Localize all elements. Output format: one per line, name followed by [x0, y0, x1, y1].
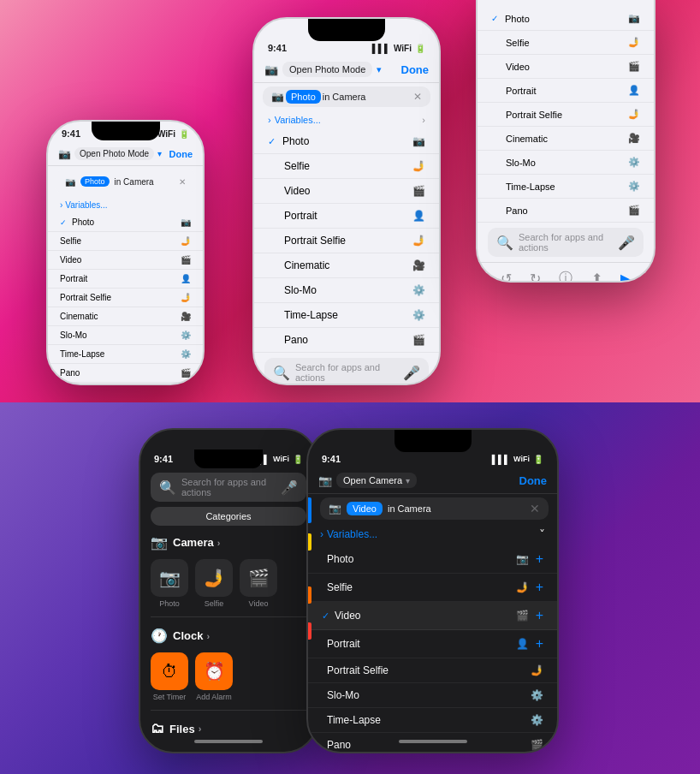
files-section: 🗂 Files › — [140, 716, 317, 741]
app-add-alarm[interactable]: ⏰ Add Alarm — [195, 652, 233, 701]
search-text-bl: Search for apps and actions — [181, 477, 276, 497]
action-row-center: 📷 Photo in Camera ✕ — [263, 86, 430, 107]
br-portrait-selfie[interactable]: Portrait Selfie 🤳 — [308, 658, 557, 683]
app-header-left: 📷 Open Photo Mode ▾ Done — [48, 142, 203, 166]
br-video[interactable]: ✓ Video 🎬 + — [308, 602, 557, 630]
bottom-section: 9:41 ▌▌ WiFi 🔋 🔍 Search for apps and act… — [0, 402, 700, 774]
back-icon-right[interactable]: ↺ — [501, 271, 512, 283]
c-menu-video[interactable]: Video 🎬 — [254, 179, 439, 204]
menu-video[interactable]: Video 🎬 — [48, 251, 203, 270]
br-photo[interactable]: Photo 📷 + — [308, 545, 557, 574]
r-menu-slomo[interactable]: Slo-Mo ⚙️ — [478, 151, 654, 175]
app-selfie[interactable]: 🤳 Selfie — [195, 559, 233, 608]
status-bar-left: 9:41 ▌▌▌ WiFi 🔋 — [48, 122, 203, 142]
clock-app-grid: ⏱ Set Timer ⏰ Add Alarm — [140, 649, 317, 705]
br-pano[interactable]: Pano 🎬 — [308, 733, 557, 753]
menu-list-center: ✓ Photo 📷 Selfie 🤳 Video 🎬 Portrait 👤 Po… — [254, 129, 439, 353]
variables-br: › Variables... ˅ — [308, 523, 557, 545]
time-center: 9:41 — [268, 43, 287, 53]
status-icons-br: ▌▌▌ WiFi 🔋 — [492, 455, 543, 464]
home-indicator-bl — [194, 740, 263, 743]
app-set-timer[interactable]: ⏱ Set Timer — [151, 652, 188, 701]
action-chip-left[interactable]: Photo — [80, 176, 110, 187]
variables-row-left: › Variables... — [48, 197, 203, 213]
app-header-br: 📷 Open Camera ▾ Done — [308, 467, 557, 494]
c-menu-pano[interactable]: Pano 🎬 — [254, 328, 439, 353]
menu-timelapse[interactable]: Time-Lapse ⚙️ — [48, 345, 203, 364]
r-menu-selfie[interactable]: Selfie 🤳 — [478, 31, 654, 55]
clock-label: Clock — [173, 629, 203, 642]
r-menu-pano[interactable]: Pano 🎬 — [478, 199, 654, 223]
search-bar-right[interactable]: 🔍 Search for apps and actions 🎤 — [488, 228, 644, 257]
mode-btn-br[interactable]: Open Camera ▾ — [336, 473, 417, 488]
mic-icon-right: 🎤 — [618, 235, 635, 251]
c-menu-portrait-selfie[interactable]: Portrait Selfie 🤳 — [254, 229, 439, 253]
menu-photo[interactable]: ✓ Photo 📷 — [48, 213, 203, 232]
action-row-br: 📷 Video in Camera ✕ — [320, 497, 549, 520]
chip-br[interactable]: Video — [347, 502, 383, 515]
c-menu-slomo[interactable]: Slo-Mo ⚙️ — [254, 278, 439, 303]
phone-right-top: ✓ Photo 📷 Selfie 🤳 Video 🎬 Portrait 👤 Po… — [476, 0, 656, 283]
files-label: Files — [169, 723, 195, 735]
r-menu-cinematic[interactable]: Cinematic 🎥 — [478, 127, 654, 151]
share-icon-right[interactable]: ⬆ — [591, 271, 602, 283]
app-photo[interactable]: 📷 Photo — [151, 559, 188, 608]
status-bar-br: 9:41 ▌▌▌ WiFi 🔋 — [308, 430, 557, 467]
r-menu-timelapse[interactable]: Time-Lapse ⚙️ — [478, 175, 654, 199]
chip-center[interactable]: Photo — [286, 90, 321, 104]
c-menu-selfie[interactable]: Selfie 🤳 — [254, 154, 439, 179]
r-menu-photo[interactable]: ✓ Photo 📷 — [478, 7, 654, 31]
menu-portrait-selfie[interactable]: Portrait Selfie 🤳 — [48, 289, 203, 307]
menu-selfie[interactable]: Selfie 🤳 — [48, 232, 203, 251]
status-bar-bl: 9:41 ▌▌ WiFi 🔋 — [140, 430, 317, 467]
r-menu-portrait-selfie[interactable]: Portrait Selfie 🤳 — [478, 103, 654, 127]
br-selfie[interactable]: Selfie 🤳 + — [308, 574, 557, 602]
c-menu-timelapse[interactable]: Time-Lapse ⚙️ — [254, 303, 439, 328]
status-icons-center: ▌▌▌ WiFi 🔋 — [372, 44, 425, 53]
variables-center: › Variables... › — [254, 110, 439, 129]
app-header-center: 📷 Open Photo Mode ▾ Done — [254, 57, 439, 83]
search-text-right: Search for apps and actions — [519, 232, 613, 253]
phone-right-bottom: 9:41 ▌▌▌ WiFi 🔋 📷 Open Camera ▾ Done — [306, 428, 559, 753]
menu-slomo[interactable]: Slo-Mo ⚙️ — [48, 326, 203, 345]
br-timelapse[interactable]: Time-Lapse ⚙️ — [308, 708, 557, 733]
menu-list-left: ✓ Photo 📷 Selfie 🤳 Video 🎬 Portrait 👤 Po… — [48, 213, 203, 383]
bottom-toolbar-right: ↺ ↻ ⓘ ⬆ ▶ — [478, 262, 654, 283]
c-menu-photo[interactable]: ✓ Photo 📷 — [254, 129, 439, 154]
menu-cinematic[interactable]: Cinematic 🎥 — [48, 307, 203, 326]
categories-btn[interactable]: Categories — [151, 507, 306, 526]
time-bl: 9:41 — [154, 454, 173, 464]
clock-section: 🕐 Clock › — [140, 622, 317, 649]
search-bar-bl[interactable]: 🔍 Search for apps and actions 🎤 — [151, 473, 306, 502]
divider-2 — [151, 710, 306, 711]
app-video[interactable]: 🎬 Video — [240, 559, 277, 608]
r-menu-video[interactable]: Video 🎬 — [478, 55, 654, 79]
search-text-center: Search for apps and actions — [295, 362, 398, 383]
phone-center-top: 9:41 ▌▌▌ WiFi 🔋 📷 Open Photo Mode ▾ Done… — [252, 17, 441, 385]
top-section: 9:41 ▌▌▌ WiFi 🔋 📷 Open Photo Mode ▾ Done… — [0, 0, 700, 402]
mic-icon-center: 🎤 — [403, 365, 420, 381]
mode-btn-center[interactable]: Open Photo Mode — [282, 62, 372, 77]
menu-portrait[interactable]: Portrait 👤 — [48, 270, 203, 289]
done-btn-br[interactable]: Done — [519, 474, 548, 487]
br-slomo[interactable]: Slo-Mo ⚙️ — [308, 683, 557, 708]
info-icon-right[interactable]: ⓘ — [559, 270, 572, 283]
camera-section: 📷 Camera › — [140, 529, 317, 556]
search-bar-center[interactable]: 🔍 Search for apps and actions 🎤 — [264, 358, 429, 385]
br-portrait[interactable]: Portrait 👤 + — [308, 630, 557, 658]
time-left: 9:41 — [62, 128, 80, 139]
menu-list-right: ✓ Photo 📷 Selfie 🤳 Video 🎬 Portrait 👤 Po… — [478, 0, 654, 223]
action-row-left: 📷 Photo in Camera ✕ — [55, 170, 196, 194]
search-icon-center: 🔍 — [273, 365, 290, 381]
r-menu-portrait[interactable]: Portrait 👤 — [478, 79, 654, 103]
c-menu-cinematic[interactable]: Cinematic 🎥 — [254, 253, 439, 278]
menu-pano[interactable]: Pano 🎬 — [48, 364, 203, 383]
done-btn-center[interactable]: Done — [401, 63, 430, 76]
mode-btn-left[interactable]: Open Photo Mode — [74, 147, 154, 160]
c-menu-portrait[interactable]: Portrait 👤 — [254, 204, 439, 229]
search-icon-bl: 🔍 — [159, 479, 176, 496]
forward-icon-right[interactable]: ↻ — [530, 271, 541, 283]
done-btn-left[interactable]: Done — [169, 149, 193, 159]
status-icons-bl: ▌▌ WiFi 🔋 — [258, 455, 303, 464]
play-icon-right[interactable]: ▶ — [620, 271, 631, 283]
